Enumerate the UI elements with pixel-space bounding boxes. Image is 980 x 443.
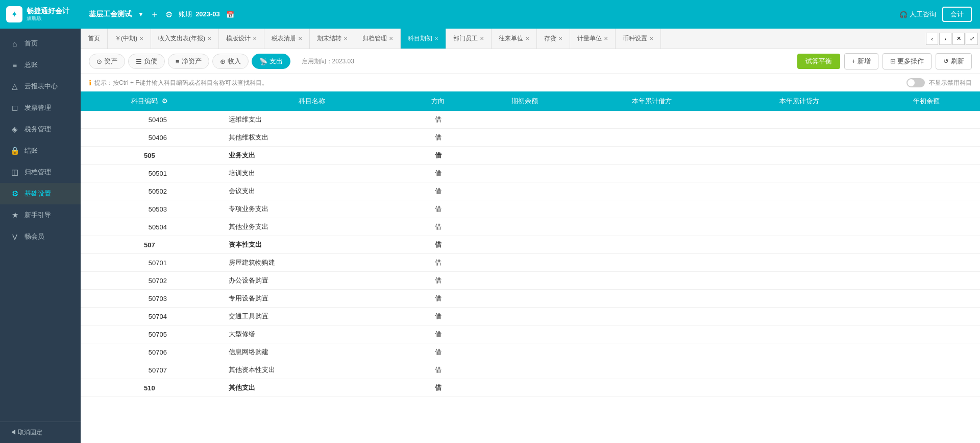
table-row[interactable]: 50707其他资本性支出借 xyxy=(81,361,980,379)
company-dropdown[interactable]: ▼ xyxy=(138,11,144,18)
header-settings-icon[interactable]: ⚙ xyxy=(165,10,173,19)
tab-next-btn[interactable]: › xyxy=(939,33,951,45)
table-row[interactable]: 50501培训支出借 xyxy=(81,165,980,182)
sidebar-item-archive[interactable]: ◫ 归档管理 xyxy=(0,161,81,183)
content-area: ⊙ 资产 ☰ 负债 ≡ 净资产 ⊕ 收入 📡 支出 启用期间：2023.03 试… xyxy=(81,49,980,443)
cell-opening-balance xyxy=(471,111,578,129)
cell-ytd-debit xyxy=(578,165,725,182)
table-row[interactable]: 50504其他业务支出借 xyxy=(81,218,980,236)
table-row[interactable]: 50405运维维支出借 xyxy=(81,111,980,129)
tab-inventory[interactable]: 存货 ✕ xyxy=(537,29,570,49)
add-btn[interactable]: + 新增 xyxy=(844,53,878,69)
cell-opening-balance xyxy=(471,182,578,200)
subtab-expense[interactable]: 📡 支出 xyxy=(252,54,290,69)
subtab-income[interactable]: ⊕ 收入 xyxy=(212,54,249,69)
tip-text-area: ℹ 提示：按Ctrl + F键并输入科目编码或者科目名称可以查找科目。 xyxy=(89,79,268,87)
table-row[interactable]: 510其他支出借 xyxy=(81,379,980,397)
tab-annual[interactable]: 收入支出表(年报) ✕ xyxy=(151,29,219,49)
tab-period-end[interactable]: 期末结转 ✕ xyxy=(310,29,355,49)
tab-close-period-end[interactable]: ✕ xyxy=(344,36,348,41)
cell-direction: 借 xyxy=(405,325,471,343)
calendar-icon[interactable]: 📅 xyxy=(226,11,234,18)
table-row[interactable]: 50406其他维权支出借 xyxy=(81,129,980,147)
tab-prev-btn[interactable]: ‹ xyxy=(926,33,938,45)
table-row[interactable]: 50703专用设备购置借 xyxy=(81,290,980,308)
subtab-asset[interactable]: ⊙ 资产 xyxy=(89,54,125,69)
more-btn[interactable]: ⊞ 更多操作 xyxy=(883,53,932,69)
tab-expand-btn[interactable]: ⤢ xyxy=(966,33,978,45)
sidebar-item-member[interactable]: V 畅会员 xyxy=(0,226,81,247)
table-row[interactable]: 50704交通工具购置借 xyxy=(81,308,980,325)
table-row[interactable]: 505业务支出借 xyxy=(81,147,980,165)
tab-currency[interactable]: 币种设置 ✕ xyxy=(616,29,661,49)
tab-close-customer[interactable]: ✕ xyxy=(525,36,529,41)
col-ytd-credit: 本年累计贷方 xyxy=(725,91,873,111)
cell-name: 资本性支出 xyxy=(218,236,405,254)
sidebar-item-ledger[interactable]: ≡ 总账 xyxy=(0,54,81,76)
consult-btn[interactable]: 🎧 人工咨询 xyxy=(899,10,936,19)
cell-year-opening xyxy=(873,200,980,218)
disable-toggle-area: 不显示禁用科目 xyxy=(906,78,972,87)
sidebar-item-guide[interactable]: ★ 新手引导 xyxy=(0,204,81,226)
table-row[interactable]: 50701房屋建筑物购建借 xyxy=(81,254,980,272)
sidebar-pin-toggle[interactable]: ◀ 取消固定 xyxy=(0,422,81,443)
table-row[interactable]: 507资本性支出借 xyxy=(81,236,980,254)
table-row[interactable]: 50702办公设备购置借 xyxy=(81,272,980,290)
cell-name: 办公设备购置 xyxy=(218,272,405,290)
col-direction: 方向 xyxy=(405,91,471,111)
cell-direction: 借 xyxy=(405,290,471,308)
tab-close-currency[interactable]: ✕ xyxy=(649,36,653,41)
tab-close-archive[interactable]: ✕ xyxy=(389,36,393,41)
tab-close-annual[interactable]: ✕ xyxy=(207,36,211,41)
tab-dept[interactable]: 部门员工 ✕ xyxy=(446,29,492,49)
sidebar-item-invoice[interactable]: ◻ 发票管理 xyxy=(0,97,81,119)
balance-btn[interactable]: 试算平衡 xyxy=(797,54,840,69)
col-settings-icon[interactable]: ⚙ xyxy=(162,97,168,105)
tab-close-subject-init[interactable]: ✕ xyxy=(434,36,438,41)
sidebar-nav: ⌂ 首页 ≡ 总账 △ 云报表中心 ◻ 发票管理 ◈ 税务管理 🔒 结账 ◫ 归… xyxy=(0,29,81,422)
income-icon: ⊕ xyxy=(220,58,226,65)
cell-opening-balance xyxy=(471,129,578,147)
tab-unit[interactable]: 计量单位 ✕ xyxy=(570,29,616,49)
cell-name: 会议支出 xyxy=(218,182,405,200)
user-role-button[interactable]: 会计 xyxy=(942,7,972,22)
tab-taxclear[interactable]: 税表清册 ✕ xyxy=(264,29,310,49)
tab-archive[interactable]: 归档管理 ✕ xyxy=(355,29,401,49)
refresh-btn[interactable]: ↺ 刷新 xyxy=(936,53,972,69)
member-icon: V xyxy=(10,232,19,241)
subtab-liability[interactable]: ☰ 负债 xyxy=(128,54,165,69)
table-row[interactable]: 50706信息网络购建借 xyxy=(81,343,980,361)
tab-close-taxclear[interactable]: ✕ xyxy=(298,36,302,41)
table-row[interactable]: 50502会议支出借 xyxy=(81,182,980,200)
sidebar-item-report[interactable]: △ 云报表中心 xyxy=(0,76,81,97)
toggle-knob xyxy=(908,79,915,86)
tab-subject-init[interactable]: 科目期初 ✕ xyxy=(401,29,446,49)
sidebar-item-tax[interactable]: ◈ 税务管理 xyxy=(0,119,81,140)
disable-toggle[interactable] xyxy=(906,78,925,87)
sidebar-item-close[interactable]: 🔒 结账 xyxy=(0,140,81,161)
tip-text: 提示：按Ctrl + F键并输入科目编码或者科目名称可以查找科目。 xyxy=(94,79,268,87)
subtab-net-asset[interactable]: ≡ 净资产 xyxy=(168,54,209,69)
tab-customer[interactable]: 往来单位 ✕ xyxy=(492,29,537,49)
cell-opening-balance xyxy=(471,361,578,379)
cell-ytd-debit xyxy=(578,290,725,308)
cell-code: 50705 xyxy=(81,325,218,343)
sidebar-item-home[interactable]: ⌂ 首页 xyxy=(0,33,81,54)
sidebar-item-settings[interactable]: ⚙ 基础设置 xyxy=(0,183,81,204)
tab-interim[interactable]: ￥(中期) ✕ xyxy=(108,29,151,49)
add-company-btn[interactable]: ＋ xyxy=(150,8,159,20)
table-row[interactable]: 50503专项业务支出借 xyxy=(81,200,980,218)
tab-close-dept[interactable]: ✕ xyxy=(480,36,484,41)
tab-template[interactable]: 模版设计 ✕ xyxy=(219,29,264,49)
subject-table: 科目编码 ⚙ 科目名称 方向 期初余额 本年累计借方 本年累计贷方 年初余额 5… xyxy=(81,91,980,397)
tab-close-all-btn[interactable]: ✕ xyxy=(952,33,965,45)
tab-close-template[interactable]: ✕ xyxy=(253,36,257,41)
table-row[interactable]: 50705大型修缮借 xyxy=(81,325,980,343)
tab-close-interim[interactable]: ✕ xyxy=(139,36,143,41)
tab-home[interactable]: 首页 xyxy=(81,29,108,49)
cell-name: 业务支出 xyxy=(218,147,405,165)
company-name: 基层工会测试 xyxy=(89,10,132,19)
tab-close-inventory[interactable]: ✕ xyxy=(558,36,562,41)
cell-year-opening xyxy=(873,182,980,200)
tab-close-unit[interactable]: ✕ xyxy=(604,36,608,41)
